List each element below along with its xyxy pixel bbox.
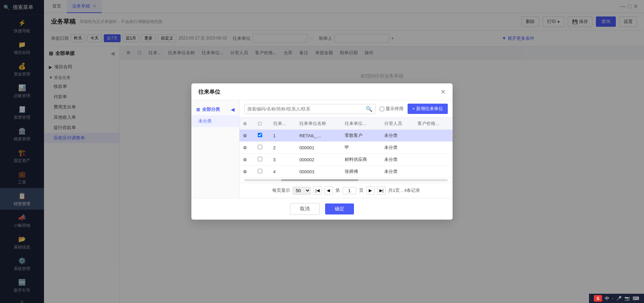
td-name: 材料供应商 [341, 154, 381, 166]
page-first-btn[interactable]: |◀ [313, 186, 322, 195]
modal-toolbar: 🔍 显示停用 + 新增往来单位 [240, 100, 453, 118]
td-check[interactable] [254, 130, 270, 142]
modal-cat-uncategorized[interactable]: 未分类 [191, 115, 239, 127]
td-manager [414, 130, 453, 142]
table-row[interactable]: ⚙ 2 000001 甲 未分类 [240, 142, 453, 154]
collapse-modal-icon[interactable]: ◀ [231, 107, 234, 112]
modal-search-icon: 🔍 [366, 106, 373, 112]
modal-search-input[interactable] [247, 106, 364, 112]
horizontal-scrollbar-thumb[interactable] [281, 179, 358, 181]
th-modal-price: 客户价格... [414, 118, 453, 130]
th-modal-check: ☐ [254, 118, 270, 130]
horizontal-scrollbar[interactable] [244, 179, 448, 181]
cancel-button[interactable]: 取消 [290, 203, 320, 215]
modal-title: 往来单位 [198, 89, 220, 96]
td-code: RETAIL_... [296, 130, 341, 142]
td-name: 甲 [341, 142, 381, 154]
th-modal-name: 往来单位名称 [296, 118, 341, 130]
th-modal-manager: 分管人员 [381, 118, 414, 130]
status-bar: S 中 · 🎤 📷 ⌨ [589, 294, 644, 303]
td-settings: ⚙ [240, 130, 254, 142]
modal-body: ⊞ 全部分类 ◀ 未分类 🔍 显示停用 [191, 100, 453, 198]
td-name: 零散客户 [341, 130, 381, 142]
th-modal-code: 往来... [270, 118, 296, 130]
camera-icon: 📷 [624, 296, 630, 301]
page-number-input[interactable] [343, 187, 356, 194]
modal-right-panel: 🔍 显示停用 + 新增往来单位 ⚙ ☐ [240, 100, 453, 198]
page-last-btn[interactable]: ▶| [377, 186, 386, 195]
td-manager [414, 166, 453, 178]
td-category: 未分类 [381, 166, 414, 178]
th-modal-unit: 往来单位... [341, 118, 381, 130]
ime-dot: · [612, 296, 613, 301]
td-category: 未分类 [381, 130, 414, 142]
td-check[interactable] [254, 166, 270, 178]
td-settings: ⚙ [240, 166, 254, 178]
horizontal-scrollbar-area [240, 178, 453, 183]
td-no: 2 [270, 142, 296, 154]
table-row[interactable]: ⚙ 4 000003 张师傅 未分类 [240, 166, 453, 178]
ime-zh: 中 [605, 295, 609, 302]
page-suffix-label: 页 [359, 187, 364, 194]
modal-table-header: ⚙ ☐ 往来... 往来单位名称 往来单位... 分管人员 客户价格... [240, 118, 453, 130]
td-settings: ⚙ [240, 142, 254, 154]
page-prev-btn[interactable]: ◀ [324, 186, 333, 195]
grid-icon-modal: ⊞ [196, 107, 200, 112]
td-category: 未分类 [381, 142, 414, 154]
td-name: 张师傅 [341, 166, 381, 178]
td-settings: ⚙ [240, 154, 254, 166]
td-check[interactable] [254, 154, 270, 166]
td-no: 1 [270, 130, 296, 142]
show-disabled-checkbox[interactable] [380, 107, 384, 111]
confirm-button[interactable]: 确定 [325, 203, 354, 214]
add-counterparty-button[interactable]: + 新增往来单位 [408, 104, 448, 114]
th-modal-settings: ⚙ [240, 118, 254, 130]
table-row[interactable]: ⚙ 1 RETAIL_... 零散客户 未分类 [240, 130, 453, 142]
td-code: 000002 [296, 154, 341, 166]
per-page-label: 每页显示 [272, 187, 290, 194]
page-prefix-label: 第 [335, 187, 340, 194]
page-next-btn[interactable]: ▶ [366, 186, 375, 195]
app-logo: S [594, 295, 602, 302]
td-no: 4 [270, 166, 296, 178]
td-manager [414, 142, 453, 154]
modal-pagination: 每页显示 50 100 |◀ ◀ 第 页 ▶ ▶| 共1页，4条记录 [240, 183, 453, 198]
modal-overlay: 往来单位 ✕ ⊞ 全部分类 ◀ 未分类 [0, 0, 644, 303]
modal-dialog: 往来单位 ✕ ⊞ 全部分类 ◀ 未分类 [191, 83, 453, 220]
modal-close-button[interactable]: ✕ [441, 88, 446, 96]
table-row[interactable]: ⚙ 3 000002 材料供应商 未分类 [240, 154, 453, 166]
td-no: 3 [270, 154, 296, 166]
td-category: 未分类 [381, 154, 414, 166]
modal-table: ⚙ ☐ 往来... 往来单位名称 往来单位... 分管人员 客户价格... ⚙ [240, 118, 453, 178]
td-code: 000003 [296, 166, 341, 178]
td-check[interactable] [254, 142, 270, 154]
modal-cat-all-label: 全部分类 [202, 106, 220, 113]
modal-category-panel: ⊞ 全部分类 ◀ 未分类 [191, 100, 240, 198]
modal-cat-all[interactable]: ⊞ 全部分类 ◀ [191, 104, 239, 115]
show-disabled-label[interactable]: 显示停用 [380, 106, 403, 112]
modal-search-box[interactable]: 🔍 [244, 104, 376, 114]
modal-header: 往来单位 ✕ [191, 83, 453, 100]
td-code: 000001 [296, 142, 341, 154]
page-total-label: 共1页，4条记录 [388, 187, 420, 194]
td-manager [414, 154, 453, 166]
mic-icon: 🎤 [616, 296, 622, 301]
per-page-select[interactable]: 50 100 [293, 187, 311, 195]
keyboard-icon: ⌨ [633, 296, 639, 301]
modal-footer: 取消 确定 [191, 198, 453, 220]
